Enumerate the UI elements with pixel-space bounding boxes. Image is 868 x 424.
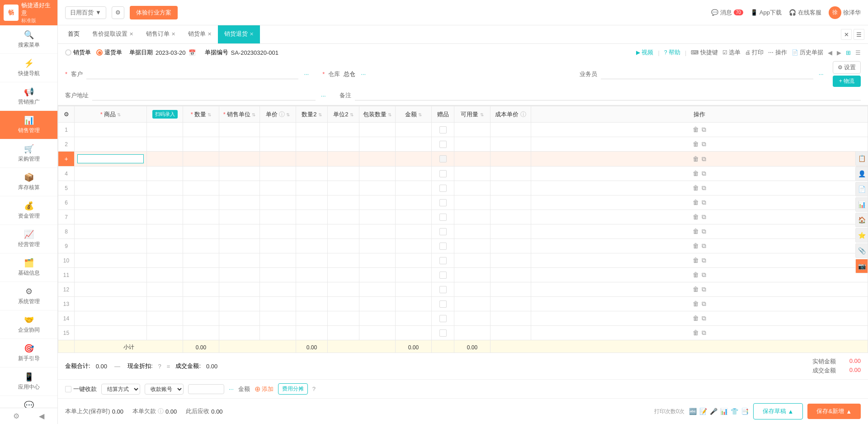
pack-qty-cell[interactable]: [359, 224, 396, 239]
gift-cell[interactable]: [432, 195, 454, 210]
sidebar-item-guide[interactable]: 🎯 新手引导: [0, 339, 57, 367]
available-cell[interactable]: [454, 311, 491, 326]
pack-qty-cell[interactable]: [359, 297, 396, 311]
delete-row-icon[interactable]: 🗑: [693, 314, 699, 322]
delete-row-icon[interactable]: 🗑: [693, 170, 699, 177]
sale-unit-cell[interactable]: [219, 282, 260, 297]
sidebar-item-system[interactable]: ⚙ 系统管理: [0, 282, 57, 310]
cost-price-cell[interactable]: [491, 311, 531, 326]
nav-next-icon[interactable]: ▶: [837, 49, 841, 56]
float-btn-6[interactable]: ⭐: [855, 228, 868, 243]
product-cell[interactable]: [75, 282, 147, 297]
pack-qty-cell[interactable]: [359, 239, 396, 253]
toolbar-icon-2[interactable]: 📝: [699, 408, 707, 415]
cost-price-cell[interactable]: [491, 268, 531, 282]
amount-cell[interactable]: [396, 181, 432, 195]
gift-cell[interactable]: [432, 152, 454, 167]
quantity-cell[interactable]: [183, 137, 219, 152]
pack-qty-cell[interactable]: [359, 210, 396, 224]
account-number-select[interactable]: 收款账号: [145, 384, 184, 395]
cost-price-cell[interactable]: [491, 195, 531, 210]
unit-price-cell[interactable]: [260, 239, 296, 253]
sale-unit-cell[interactable]: [219, 311, 260, 326]
sale-unit-cell[interactable]: [219, 239, 260, 253]
delete-row-icon[interactable]: 🗑: [693, 300, 699, 308]
available-cell[interactable]: [454, 326, 491, 340]
quantity-cell[interactable]: [183, 311, 219, 326]
nav-prev-icon[interactable]: ◀: [828, 49, 832, 56]
pack-qty-cell[interactable]: [359, 282, 396, 297]
gift-cell[interactable]: [432, 297, 454, 311]
sale-unit-cell[interactable]: [219, 268, 260, 282]
available-cell[interactable]: [454, 181, 491, 195]
copy-row-icon[interactable]: ⧉: [702, 199, 706, 206]
tabs-menu-button[interactable]: ☰: [854, 29, 864, 40]
account-input[interactable]: [188, 384, 224, 394]
amount-cell[interactable]: [396, 152, 432, 167]
delete-row-icon[interactable]: 🗑: [693, 155, 699, 163]
cost-price-cell[interactable]: [491, 123, 531, 137]
quantity2-cell[interactable]: [296, 239, 328, 253]
sale-unit-cell[interactable]: [219, 167, 260, 181]
unit2-cell[interactable]: [328, 210, 359, 224]
unit2-cell[interactable]: [328, 137, 359, 152]
pack-qty-cell[interactable]: [359, 311, 396, 326]
pack-qty-cell[interactable]: [359, 253, 396, 268]
warehouse-ellipsis[interactable]: ···: [361, 71, 366, 77]
close-tab-sale-price-icon[interactable]: ✕: [129, 31, 133, 37]
video-action[interactable]: ▶ 视频: [636, 48, 653, 57]
sidebar-item-enterprise[interactable]: 🤝 企业协同: [0, 310, 57, 339]
tab-sale-price[interactable]: 售价提取设置 ✕: [86, 25, 140, 43]
quantity-cell[interactable]: [183, 210, 219, 224]
unit2-cell[interactable]: [328, 297, 359, 311]
product-cell[interactable]: [75, 224, 147, 239]
account-ellipsis[interactable]: ···: [229, 386, 234, 392]
cost-price-cell[interactable]: [491, 239, 531, 253]
unit2-cell[interactable]: [328, 282, 359, 297]
quantity-cell[interactable]: [183, 239, 219, 253]
cost-price-cell[interactable]: [491, 210, 531, 224]
unit-price-info-icon[interactable]: ⓘ: [279, 111, 285, 118]
amount-cell[interactable]: [396, 297, 432, 311]
available-cell[interactable]: [454, 268, 491, 282]
product-cell[interactable]: [75, 167, 147, 181]
copy-row-icon[interactable]: ⧉: [702, 228, 706, 235]
sale-unit-cell[interactable]: [219, 137, 260, 152]
quantity-cell[interactable]: [183, 152, 219, 167]
toolbar-icon-1[interactable]: 🔤: [689, 408, 697, 415]
settle-method-select[interactable]: 结算方式: [101, 384, 140, 395]
form-settings-button[interactable]: ⚙ 设置: [833, 61, 861, 74]
product-cell[interactable]: [75, 297, 147, 311]
sale-unit-cell[interactable]: [219, 326, 260, 340]
copy-row-icon[interactable]: ⧉: [702, 213, 706, 221]
tab-sale-out[interactable]: 销货单 ✕: [182, 25, 218, 43]
available-cell[interactable]: [454, 239, 491, 253]
customer-input[interactable]: [86, 69, 298, 79]
delete-row-icon[interactable]: 🗑: [693, 257, 699, 264]
th-gear[interactable]: ⚙: [58, 106, 75, 123]
toolbar-icon-3[interactable]: 🎤: [710, 408, 717, 415]
copy-row-icon[interactable]: ⧉: [702, 271, 706, 279]
amount-cell[interactable]: [396, 137, 432, 152]
help-action[interactable]: ? 帮助: [664, 48, 680, 57]
amount-cell[interactable]: [396, 311, 432, 326]
unit2-cell[interactable]: [328, 224, 359, 239]
sale-unit-cell[interactable]: [219, 195, 260, 210]
radio-sale-return[interactable]: 退货单: [96, 48, 122, 57]
float-btn-8[interactable]: 📷: [855, 259, 868, 273]
unit2-cell[interactable]: [328, 311, 359, 326]
one-click-payment-checkbox[interactable]: 一键收款: [65, 385, 97, 393]
available-cell[interactable]: [454, 167, 491, 181]
quantity2-cell[interactable]: [296, 282, 328, 297]
unit-price-cell[interactable]: [260, 167, 296, 181]
sale-unit-cell[interactable]: [219, 224, 260, 239]
staff-input[interactable]: [601, 69, 813, 79]
address-input[interactable]: [92, 91, 316, 100]
copy-row-icon[interactable]: ⧉: [702, 184, 706, 192]
copy-row-icon[interactable]: ⧉: [702, 314, 706, 322]
gift-cell[interactable]: [432, 123, 454, 137]
unit2-cell[interactable]: [328, 268, 359, 282]
cost-price-cell[interactable]: [491, 181, 531, 195]
sidebar-item-wechat[interactable]: 💬 企业微信: [0, 396, 57, 408]
close-all-tabs-button[interactable]: ✕: [841, 29, 852, 40]
